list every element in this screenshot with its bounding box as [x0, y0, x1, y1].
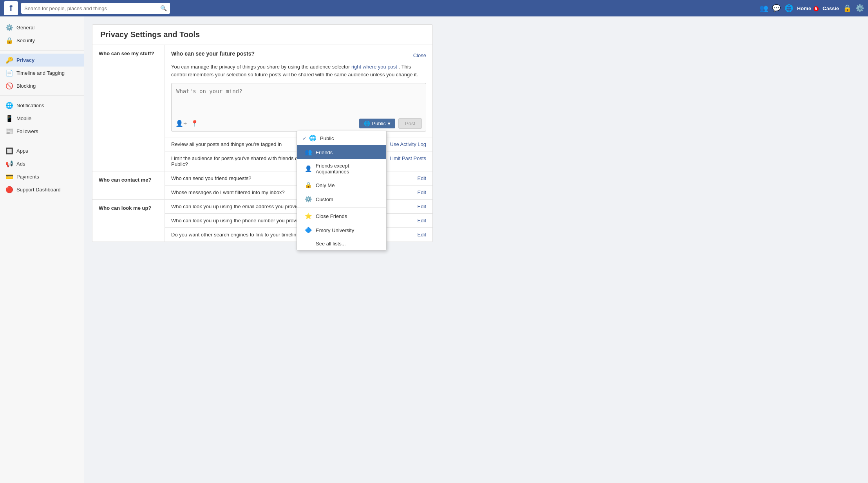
dropdown-label-friends-except: Friends except Acquaintances — [316, 163, 381, 175]
location-icon[interactable]: 📍 — [191, 120, 199, 127]
sidebar-item-privacy[interactable]: 🔑 Privacy — [0, 54, 84, 67]
sidebar-item-blocking[interactable]: 🚫 Blocking — [0, 79, 84, 92]
dropdown-label-emory: Emory University — [316, 227, 354, 233]
dropdown-item-friends-except[interactable]: 👤 Friends except Acquaintances — [297, 159, 386, 178]
facebook-logo: f — [4, 1, 18, 15]
post-button[interactable]: Post — [398, 118, 422, 129]
custom-icon: ⚙️ — [305, 196, 312, 203]
sidebar-item-security[interactable]: 🔒 Security — [0, 34, 84, 47]
sidebar-label-followers: Followers — [16, 128, 38, 134]
page-title: Privacy Settings and Tools — [92, 25, 432, 45]
followers-icon: 📰 — [5, 128, 13, 135]
apps-icon: 🔲 — [5, 147, 13, 155]
close-button[interactable]: Close — [413, 52, 426, 58]
nav-right: 👥 💬 🌐 Home 5 Cassie 🔒 ⚙️ — [760, 4, 864, 13]
sidebar-item-timeline-tagging[interactable]: 📄 Timeline and Tagging — [0, 67, 84, 79]
sidebar-label-notifications: Notifications — [16, 103, 44, 108]
expanded-description: You can manage the privacy of things you… — [171, 63, 426, 78]
dropdown-label-custom: Custom — [316, 196, 333, 202]
messages-edit-link[interactable]: Edit — [418, 189, 426, 195]
post-icons: 👤+ 📍 — [175, 120, 199, 127]
home-badge: 5 — [814, 6, 819, 11]
audience-label: Public — [372, 121, 386, 126]
sidebar-label-timeline: Timeline and Tagging — [16, 70, 65, 76]
post-box: 👤+ 📍 🌐 Public ▾ Post — [171, 83, 426, 132]
notifications-icon: 🌐 — [5, 102, 13, 109]
sidebar-item-notifications[interactable]: 🌐 Notifications — [0, 99, 84, 112]
email-lookup-edit-link[interactable]: Edit — [418, 204, 426, 209]
sidebar-divider-1 — [0, 50, 84, 50]
friends-dd-icon: 👥 — [305, 149, 312, 156]
ads-icon: 📢 — [5, 160, 13, 168]
desc-text-1: You can manage the privacy of things you… — [171, 64, 350, 70]
dropdown-item-see-all[interactable]: See all lists... — [297, 237, 386, 250]
sidebar-item-ads[interactable]: 📢 Ads — [0, 157, 84, 170]
sidebar-item-apps[interactable]: 🔲 Apps — [0, 144, 84, 157]
privacy-icon: 🔑 — [5, 56, 13, 64]
globe-icon[interactable]: 🌐 — [785, 4, 793, 13]
gear-icon[interactable]: ⚙️ — [855, 4, 864, 13]
messages-icon[interactable]: 💬 — [772, 4, 781, 13]
sidebar-item-payments[interactable]: 💳 Payments — [0, 170, 84, 183]
timeline-icon: 📄 — [5, 69, 13, 77]
tag-icon[interactable]: 👤+ — [175, 120, 187, 127]
post-textarea[interactable] — [172, 83, 426, 115]
search-engine-edit-link[interactable]: Edit — [418, 232, 426, 238]
sidebar-item-support-dashboard[interactable]: 🔴 Support Dashboard — [0, 183, 84, 196]
section-label-lookup: Who can look me up? — [92, 200, 165, 242]
section-label-contact: Who can contact me? — [92, 171, 165, 199]
sidebar-item-mobile[interactable]: 📱 Mobile — [0, 112, 84, 125]
expanded-panel: Who can see your future posts? Close You… — [165, 45, 432, 137]
audience-button[interactable]: 🌐 Public ▾ — [359, 119, 395, 128]
chevron-down-icon: ▾ — [388, 121, 391, 126]
limit-past-posts-link[interactable]: Limit Past Posts — [390, 155, 426, 161]
sidebar-item-general[interactable]: ⚙️ General — [0, 21, 84, 34]
dropdown-item-custom[interactable]: ⚙️ Custom — [297, 192, 386, 206]
expanded-title: Who can see your future posts? — [171, 50, 255, 57]
close-friends-icon: ⭐ — [305, 213, 312, 220]
user-link[interactable]: Cassie — [823, 5, 839, 11]
sidebar: ⚙️ General 🔒 Security 🔑 Privacy 📄 Timeli… — [0, 16, 84, 483]
blocking-icon: 🚫 — [5, 82, 13, 90]
sidebar-label-security: Security — [16, 38, 35, 43]
section-label-stuff: Who can see my stuff? — [92, 45, 165, 171]
use-activity-log-link[interactable]: Use Activity Log — [390, 141, 427, 147]
sidebar-label-ads: Ads — [16, 161, 25, 167]
dropdown-label-only-me: Only Me — [316, 182, 335, 188]
security-icon: 🔒 — [5, 37, 13, 44]
dropdown-item-friends[interactable]: 👥 Friends — [297, 145, 386, 159]
top-nav: f 🔍 👥 💬 🌐 Home 5 Cassie 🔒 ⚙️ — [0, 0, 868, 16]
sidebar-label-privacy: Privacy — [16, 57, 34, 63]
mobile-icon: 📱 — [5, 115, 13, 122]
audience-dropdown: ✓ 🌐 Public 👥 Friends — [297, 131, 387, 251]
dropdown-item-public[interactable]: ✓ 🌐 Public — [297, 131, 386, 145]
sidebar-label-payments: Payments — [16, 174, 39, 180]
general-icon: ⚙️ — [5, 24, 13, 31]
main-content: Privacy Settings and Tools Who can see m… — [84, 16, 868, 483]
dropdown-label-close-friends: Close Friends — [316, 213, 347, 219]
dropdown-label-public: Public — [320, 135, 334, 141]
globe-small-icon: 🌐 — [364, 121, 370, 126]
sidebar-label-general: General — [16, 25, 34, 31]
emory-icon: 🔷 — [305, 227, 312, 234]
friend-request-edit-link[interactable]: Edit — [418, 175, 426, 181]
search-icon: 🔍 — [160, 5, 167, 11]
search-bar[interactable]: 🔍 — [21, 3, 170, 14]
right-where-link[interactable]: right where you post — [351, 64, 397, 70]
check-icon: ✓ — [302, 135, 307, 141]
payments-icon: 💳 — [5, 173, 13, 180]
sidebar-label-support: Support Dashboard — [16, 187, 61, 193]
friends-icon[interactable]: 👥 — [760, 4, 768, 13]
dropdown-item-only-me[interactable]: 🔒 Only Me — [297, 178, 386, 192]
home-link[interactable]: Home 5 — [797, 5, 819, 11]
phone-lookup-edit-link[interactable]: Edit — [418, 218, 426, 223]
public-icon: 🌐 — [309, 135, 316, 142]
dropdown-item-emory[interactable]: 🔷 Emory University — [297, 223, 386, 237]
sidebar-item-followers[interactable]: 📰 Followers — [0, 125, 84, 138]
home-label: Home — [797, 5, 811, 11]
search-input[interactable] — [24, 5, 158, 11]
lock-icon[interactable]: 🔒 — [843, 4, 852, 13]
sidebar-label-apps: Apps — [16, 148, 28, 154]
dropdown-item-close-friends[interactable]: ⭐ Close Friends — [297, 209, 386, 223]
dropdown-label-friends: Friends — [316, 150, 333, 155]
